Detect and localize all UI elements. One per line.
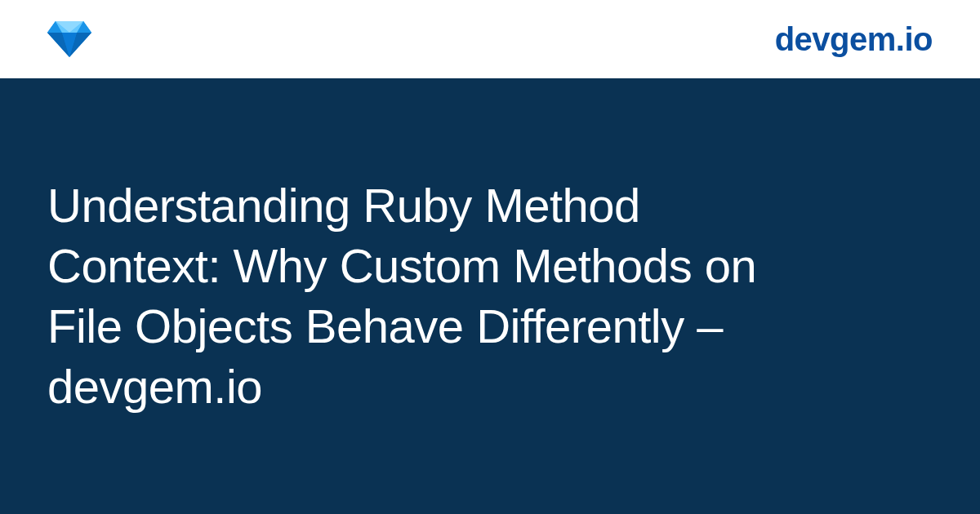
brand-text: devgem.io [775, 21, 933, 58]
gem-icon [47, 21, 91, 57]
article-title: Understanding Ruby Method Context: Why C… [47, 175, 782, 418]
logo [47, 21, 91, 57]
page-header: devgem.io [0, 0, 980, 78]
hero-section: Understanding Ruby Method Context: Why C… [0, 78, 980, 514]
